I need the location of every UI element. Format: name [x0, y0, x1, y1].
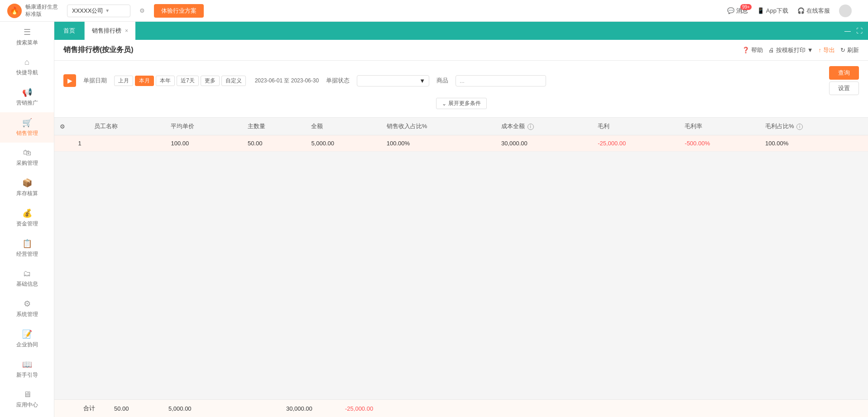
home-icon: ⌂: [24, 58, 29, 67]
avg-price-cell: 100.00: [165, 135, 242, 152]
sidebar-item-sales-mgmt[interactable]: 🛒 销售管理: [0, 112, 54, 143]
sidebar-item-beginner-guide[interactable]: 📖 新手引导: [0, 354, 54, 384]
page-actions: ❓ 帮助 🖨 按模板打印 ▼ ↑ 导出 ↻ 刷新: [742, 46, 859, 54]
col-sales-pct: 销售收入占比%: [381, 118, 496, 135]
goods-placeholder: ...: [460, 77, 542, 84]
expand-button[interactable]: ⌄ 展开更多条件: [436, 98, 487, 109]
employee-cell: [89, 135, 165, 152]
filter-arrow-button[interactable]: ▶: [63, 74, 76, 87]
collab-icon: 📝: [22, 329, 32, 339]
page-header: 销售排行榜(按业务员) ❓ 帮助 🖨 按模板打印 ▼ ↑ 导出: [54, 40, 868, 61]
col-profit: 毛利: [592, 118, 679, 135]
sidebar-item-quick-nav[interactable]: ⌂ 快捷导航: [0, 52, 54, 82]
expand-section: ⌄ 展开更多条件: [63, 95, 859, 112]
date-opt-this-month[interactable]: 本月: [135, 76, 154, 86]
filter-right-buttons: 查询 设置: [829, 66, 859, 95]
sidebar-item-enterprise-wechat[interactable]: 💬 企业微信: [0, 414, 54, 417]
refresh-button[interactable]: ↻ 刷新: [840, 46, 859, 54]
goods-filter-label: 商品: [436, 77, 448, 85]
col-amount: 全额: [306, 118, 381, 135]
printer-icon: 🖨: [768, 47, 774, 53]
footer-profit: -25,000.00: [345, 405, 399, 412]
profit-rate-cell: -500.00%: [679, 135, 760, 152]
sales-icon: 🛒: [22, 118, 32, 128]
help-button[interactable]: ❓ 帮助: [742, 46, 763, 54]
company-selector[interactable]: XXXXX公司 ▼: [67, 5, 130, 17]
sidebar-item-basic-info[interactable]: 🗂 基础信息: [0, 264, 54, 293]
date-opt-last-7-days[interactable]: 近7天: [177, 76, 199, 86]
tab-bar: 首页 销售排行榜 × — ⛶: [54, 22, 868, 40]
col-employee: 员工名称: [89, 118, 165, 135]
settings-icon[interactable]: ⚙: [136, 5, 149, 17]
date-opt-more[interactable]: 更多: [201, 76, 220, 86]
data-table: ⚙ 员工名称 平均单价 主数量 全额 销售收入占比% 成本全额 i: [54, 118, 868, 152]
sidebar-item-search-order[interactable]: ☰ 搜索菜单: [0, 22, 54, 52]
tab-home[interactable]: 首页: [54, 22, 85, 40]
avatar[interactable]: [839, 5, 852, 17]
basic-info-icon: 🗂: [23, 269, 31, 278]
sidebar-item-operations[interactable]: 📋 经营管理: [0, 233, 54, 264]
filter-settings-button[interactable]: 设置: [829, 81, 859, 95]
top-bar-right: 💬 消息 99+ 📱 App下载 🎧 在线客服: [727, 5, 861, 17]
sidebar-item-enterprise-collab[interactable]: 📝 企业协同: [0, 324, 54, 354]
col-profit-rate: 毛利率: [679, 118, 760, 135]
col-avg-price: 平均单价: [165, 118, 242, 135]
row-settings-cell: [54, 135, 71, 152]
status-filter-label: 单据状态: [326, 77, 350, 85]
sidebar: ☰ 搜索菜单 ⌂ 快捷导航 📢 营销推广 🛒 销售管理 🛍 采购管理 📦 库存核…: [0, 22, 54, 417]
footer-label: 合计: [60, 404, 114, 412]
refresh-icon: ↻: [840, 47, 845, 53]
sidebar-item-system-mgmt[interactable]: ⚙ 系统管理: [0, 293, 54, 324]
page-title: 销售排行榜(按业务员): [63, 45, 134, 55]
sidebar-item-finance[interactable]: 💰 资金管理: [0, 203, 54, 233]
table-wrapper: ⚙ 员工名称 平均单价 主数量 全额 销售收入占比% 成本全额 i: [54, 118, 868, 417]
profit-cell: -25,000.00: [592, 135, 679, 152]
goods-input[interactable]: ...: [456, 75, 546, 86]
col-settings: ⚙: [54, 118, 71, 135]
logo-text: 畅康通好生意 标准版: [25, 4, 58, 18]
filter-area: ▶ 单据日期 上月 本月 本年 近7天 更多 自定义 2023-06-01 至 …: [54, 61, 868, 118]
system-icon: ⚙: [24, 299, 31, 309]
profit-pct-cell: 100.00%: [760, 135, 868, 152]
phone-icon: 📱: [757, 7, 764, 14]
sidebar-item-app-center[interactable]: 🖥 应用中心: [0, 384, 54, 414]
query-button[interactable]: 查询: [829, 66, 859, 80]
tab-close-icon[interactable]: ×: [125, 28, 128, 34]
tab-sales-ranking[interactable]: 销售排行榜 ×: [85, 22, 135, 40]
col-cost: 成本全额 i: [496, 118, 592, 135]
sidebar-item-purchase-mgmt[interactable]: 🛍 采购管理: [0, 143, 54, 173]
date-opt-custom[interactable]: 自定义: [221, 76, 246, 86]
export-icon: ↑: [819, 47, 822, 53]
sidebar-item-marketing[interactable]: 📢 营销推广: [0, 82, 54, 112]
footer-values: 50.00 5,000.00 30,000.00 -25,000.00: [114, 405, 863, 412]
cost-cell: 30,000.00: [496, 135, 592, 152]
chevron-down-icon: ▼: [105, 8, 110, 13]
trial-button[interactable]: 体验行业方案: [154, 4, 204, 18]
online-service-button[interactable]: 🎧 在线客服: [797, 7, 830, 15]
table-header-row: ⚙ 员工名称 平均单价 主数量 全额 销售收入占比% 成本全额 i: [54, 118, 868, 135]
app-download-button[interactable]: 📱 App下载: [757, 7, 788, 15]
content-area: 首页 销售排行榜 × — ⛶ 销售排行榜(按业务员) ❓ 帮助: [54, 22, 868, 417]
status-select[interactable]: ▼: [357, 75, 429, 86]
sidebar-item-inventory[interactable]: 📦 库存核算: [0, 173, 54, 203]
headset-icon: 🎧: [797, 7, 805, 14]
date-opt-this-year[interactable]: 本年: [156, 76, 175, 86]
settings-col-icon[interactable]: ⚙: [60, 123, 65, 130]
tab-minimize-icon[interactable]: —: [844, 27, 851, 34]
export-button[interactable]: ↑ 导出: [819, 46, 835, 54]
date-filter-label: 单据日期: [83, 77, 107, 85]
message-badge: 99+: [740, 4, 752, 10]
print-button[interactable]: 🖨 按模板打印 ▼: [768, 46, 813, 54]
tab-maximize-icon[interactable]: ⛶: [856, 27, 863, 34]
status-chevron-icon: ▼: [419, 77, 425, 84]
footer-qty: 50.00: [114, 405, 168, 412]
sales-pct-cell: 100.00%: [381, 135, 496, 152]
date-opt-last-month[interactable]: 上月: [114, 76, 133, 86]
footer-amount: 5,000.00: [168, 405, 227, 412]
top-bar: 🔥 畅康通好生意 标准版 XXXXX公司 ▼ ⚙ 体验行业方案 💬 消息 99+…: [0, 0, 868, 22]
qty-cell: 50.00: [242, 135, 306, 152]
profit-pct-info-icon[interactable]: i: [796, 124, 803, 130]
search-icon: ☰: [24, 27, 31, 37]
cost-info-icon[interactable]: i: [528, 124, 534, 130]
message-button[interactable]: 💬 消息 99+: [727, 7, 748, 15]
